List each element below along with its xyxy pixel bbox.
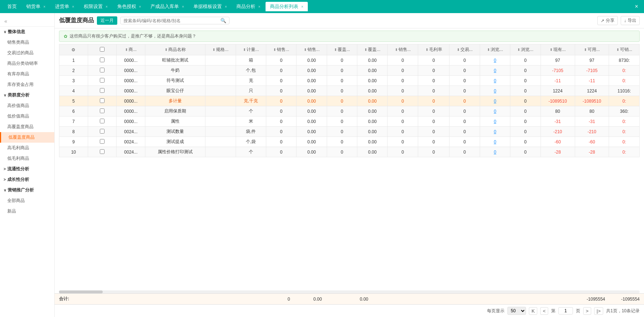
sidebar-item-高毛利商品[interactable]: 高毛利商品 <box>0 143 54 153</box>
row-browse1[interactable]: 0 <box>480 86 510 96</box>
row-browse1[interactable]: 0 <box>480 147 510 157</box>
sidebar-group-营销推广分析[interactable]: ∨营销推广分析 <box>0 185 54 195</box>
nav-item-权限设置[interactable]: 权限设置× <box>79 2 112 11</box>
sidebar-item-高价值商品[interactable]: 高价值商品 <box>0 100 54 111</box>
browse-link[interactable]: 0 <box>494 68 496 73</box>
browse-link[interactable]: 0 <box>494 99 496 104</box>
row-checkbox[interactable] <box>88 55 117 66</box>
browse-link[interactable]: 0 <box>494 88 496 94</box>
nav-item-进货单[interactable]: 进货单× <box>51 2 79 11</box>
col-header-cover1[interactable]: ⬍覆盖... <box>327 44 357 55</box>
export-icon: ↓ <box>624 18 626 23</box>
row-checkbox[interactable] <box>88 106 117 116</box>
sidebar-item-全部商品[interactable]: 全部商品 <box>0 195 54 206</box>
row-checkbox[interactable] <box>88 96 117 106</box>
col-header-cover2[interactable]: ⬍覆盖... <box>357 44 388 55</box>
nav-item-首页[interactable]: 首页 <box>3 2 21 11</box>
sidebar-item-有库存商品[interactable]: 有库存商品 <box>0 69 54 79</box>
row-browse1[interactable]: 0 <box>480 137 510 147</box>
window-close-button[interactable]: × <box>632 2 641 11</box>
prev-page-button[interactable]: < <box>540 307 548 315</box>
row-checkbox[interactable] <box>88 137 117 147</box>
browse-link[interactable]: 0 <box>494 119 496 124</box>
row-browse1[interactable]: 0 <box>480 127 510 137</box>
sidebar-item-交易过的商品[interactable]: 交易过的商品 <box>0 48 54 58</box>
per-page-select[interactable]: 2050100200 <box>507 307 526 315</box>
sidebar-item-低覆盖度商品[interactable]: 低覆盖度商品 <box>0 132 54 143</box>
row-browse1[interactable]: 0 <box>480 76 510 86</box>
sidebar-item-库存资金占用[interactable]: 库存资金占用 <box>0 79 54 90</box>
row-checkbox[interactable] <box>88 147 117 157</box>
row-checkbox[interactable] <box>88 66 117 76</box>
sidebar-item-新品[interactable]: 新品 <box>0 206 54 217</box>
nav-item-close-icon[interactable]: × <box>139 5 141 9</box>
sidebar-collapse-button[interactable]: « <box>3 17 9 25</box>
col-header-current[interactable]: ⬍现有... <box>541 44 575 55</box>
col-header-unit[interactable]: ⬍计量... <box>236 44 266 55</box>
row-cover2: 0.00 <box>357 137 388 147</box>
nav-item-角色授权[interactable]: 角色授权× <box>113 2 146 11</box>
row-browse1[interactable]: 0 <box>480 96 510 106</box>
sidebar-group-成长性分析[interactable]: >成长性分析 <box>0 174 54 185</box>
settings-icon[interactable]: ⚙ <box>59 44 88 55</box>
row-checkbox[interactable] <box>88 86 117 96</box>
nav-item-销货单[interactable]: 销货单× <box>22 2 50 11</box>
browse-link[interactable]: 0 <box>494 139 496 144</box>
col-header-name[interactable]: ⬍商品名称 <box>145 44 205 55</box>
browse-link[interactable]: 0 <box>494 129 496 134</box>
col-header-gross[interactable]: ⬍毛利率 <box>418 44 449 55</box>
nav-item-close-icon[interactable]: × <box>106 5 108 9</box>
export-button[interactable]: ↓ 导出 <box>621 16 640 25</box>
col-header-available[interactable]: ⬍可用... <box>575 44 609 55</box>
browse-link[interactable]: 0 <box>494 150 496 155</box>
col-header-browse2[interactable]: ⬍浏览... <box>510 44 541 55</box>
horizontal-scrollbar[interactable] <box>59 290 640 293</box>
row-checkbox[interactable] <box>88 76 117 86</box>
sidebar-item-低价值商品[interactable]: 低价值商品 <box>0 111 54 122</box>
row-browse1[interactable]: 0 <box>480 116 510 127</box>
browse-link[interactable]: 0 <box>494 109 496 114</box>
browse-link[interactable]: 0 <box>494 78 496 83</box>
nav-item-close-icon[interactable]: × <box>43 5 46 9</box>
page-input[interactable] <box>558 307 573 314</box>
row-browse1[interactable]: 0 <box>480 66 510 76</box>
sidebar-group-类群度分析[interactable]: ∨类群度分析 <box>0 90 54 100</box>
nav-item-商品分析[interactable]: 商品分析× <box>232 2 265 11</box>
sidebar-group-整体信息[interactable]: ∨整体信息 <box>0 27 54 37</box>
nav-item-close-icon[interactable]: × <box>258 5 260 9</box>
next-page-button[interactable]: > <box>583 307 591 315</box>
nav-item-close-icon[interactable]: × <box>182 5 184 9</box>
share-button[interactable]: ↗ 分享 <box>597 16 618 25</box>
select-all-checkbox[interactable] <box>88 44 117 55</box>
sidebar-item-低毛利商品[interactable]: 低毛利商品 <box>0 153 54 164</box>
last-page-button[interactable]: |> <box>594 307 603 315</box>
row-gross: 0 <box>418 127 449 137</box>
scrollbar-thumb[interactable] <box>59 290 103 293</box>
col-header-browse1[interactable]: ⬍浏览... <box>480 44 510 55</box>
row-checkbox[interactable] <box>88 127 117 137</box>
search-input[interactable] <box>123 18 220 23</box>
time-filter-button[interactable]: 近一月 <box>97 16 117 25</box>
col-header-spec[interactable]: ⬍规格... <box>205 44 236 55</box>
col-header-sales_amt[interactable]: ⬍销售... <box>297 44 327 55</box>
sidebar-group-流通性分析[interactable]: >流通性分析 <box>0 164 54 174</box>
nav-item-单据模板设置[interactable]: 单据模板设置× <box>189 2 231 11</box>
nav-item-close-icon[interactable]: × <box>72 5 74 9</box>
row-browse1[interactable]: 0 <box>480 55 510 66</box>
sidebar-item-销售类商品[interactable]: 销售类商品 <box>0 37 54 48</box>
col-header-sales_qty[interactable]: ⬍销售... <box>266 44 296 55</box>
col-header-sales3[interactable]: ⬍销售... <box>388 44 418 55</box>
col-header-saleable[interactable]: ⬍可销... <box>609 44 640 55</box>
browse-link[interactable]: 0 <box>494 58 496 63</box>
nav-item-产成品入库单[interactable]: 产成品入库单× <box>146 2 188 11</box>
row-checkbox[interactable] <box>88 116 117 127</box>
sidebar-item-商品分类动销率[interactable]: 商品分类动销率 <box>0 58 54 69</box>
nav-item-close-icon[interactable]: × <box>225 5 227 9</box>
col-header-trans[interactable]: ⬍交易... <box>449 44 480 55</box>
sidebar-item-高覆盖度商品[interactable]: 高覆盖度商品 <box>0 122 54 132</box>
col-header-code[interactable]: ⬍商... <box>117 44 145 55</box>
nav-item-close-icon[interactable]: × <box>301 5 303 9</box>
nav-item-商品分析列表[interactable]: 商品分析列表× <box>266 2 308 11</box>
row-browse1[interactable]: 0 <box>480 106 510 116</box>
first-page-button[interactable]: K <box>529 307 537 315</box>
